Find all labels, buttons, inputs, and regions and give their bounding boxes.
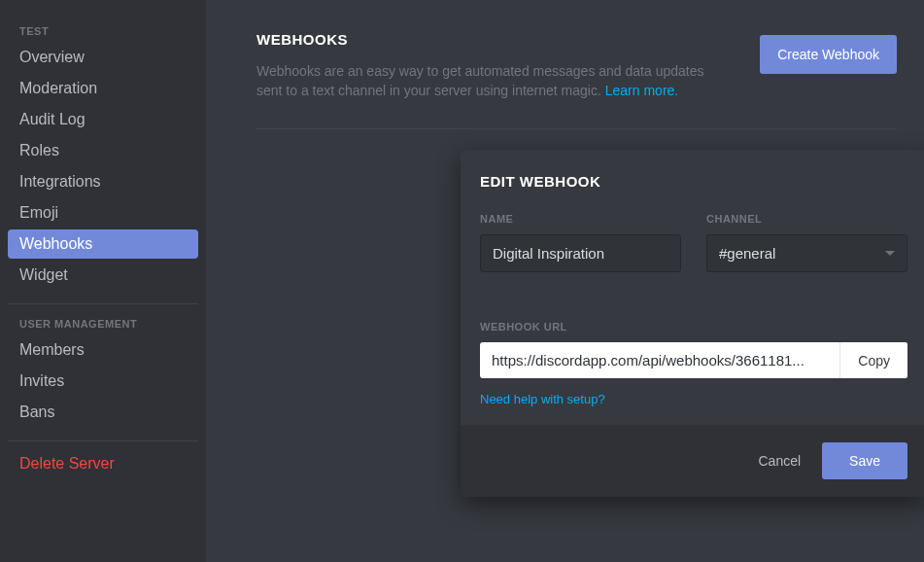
url-label: WEBHOOK URL (480, 321, 907, 333)
sidebar-item-emoji[interactable]: Emoji (8, 198, 198, 228)
page-description: Webhooks are an easy way to get automate… (257, 61, 733, 101)
sidebar-item-roles[interactable]: Roles (8, 136, 198, 165)
sidebar-section-user-management: USER MANAGEMENT (8, 312, 198, 335)
sidebar-item-members[interactable]: Members (8, 335, 198, 365)
save-button[interactable]: Save (822, 442, 907, 479)
edit-webhook-modal: EDIT WEBHOOK NAME CHANNEL #general WEBHO… (461, 150, 924, 497)
cancel-button[interactable]: Cancel (758, 453, 801, 469)
sidebar-section-test: TEST (8, 19, 198, 43)
sidebar-item-invites[interactable]: Invites (8, 367, 198, 396)
main-content: WEBHOOKS Webhooks are an easy way to get… (206, 0, 924, 562)
sidebar-item-webhooks[interactable]: Webhooks (8, 229, 198, 259)
divider (8, 440, 198, 441)
name-label: NAME (480, 213, 681, 225)
channel-select[interactable]: #general (706, 234, 907, 272)
webhook-url-row: https://discordapp.com/api/webhooks/3661… (480, 342, 907, 378)
name-input[interactable] (480, 234, 681, 272)
learn-more-link[interactable]: Learn more. (605, 83, 678, 98)
page-title: WEBHOOKS (257, 31, 733, 48)
main-header: WEBHOOKS Webhooks are an easy way to get… (257, 31, 897, 129)
chevron-down-icon (885, 251, 895, 256)
sidebar-item-widget[interactable]: Widget (8, 261, 198, 290)
divider (8, 303, 198, 304)
sidebar-item-delete-server[interactable]: Delete Server (8, 449, 198, 478)
channel-value: #general (719, 245, 775, 262)
sidebar-item-integrations[interactable]: Integrations (8, 167, 198, 196)
modal-footer: Cancel Save (461, 425, 924, 497)
webhook-url[interactable]: https://discordapp.com/api/webhooks/3661… (480, 342, 839, 378)
create-webhook-button[interactable]: Create Webhook (760, 35, 897, 74)
help-link[interactable]: Need help with setup? (480, 392, 605, 406)
sidebar-item-moderation[interactable]: Moderation (8, 74, 198, 103)
sidebar-item-bans[interactable]: Bans (8, 398, 198, 427)
channel-label: CHANNEL (706, 213, 907, 225)
sidebar: TEST Overview Moderation Audit Log Roles… (0, 0, 206, 562)
sidebar-item-audit-log[interactable]: Audit Log (8, 105, 198, 134)
copy-button[interactable]: Copy (839, 342, 907, 378)
modal-title: EDIT WEBHOOK (480, 173, 907, 190)
sidebar-item-overview[interactable]: Overview (8, 43, 198, 72)
